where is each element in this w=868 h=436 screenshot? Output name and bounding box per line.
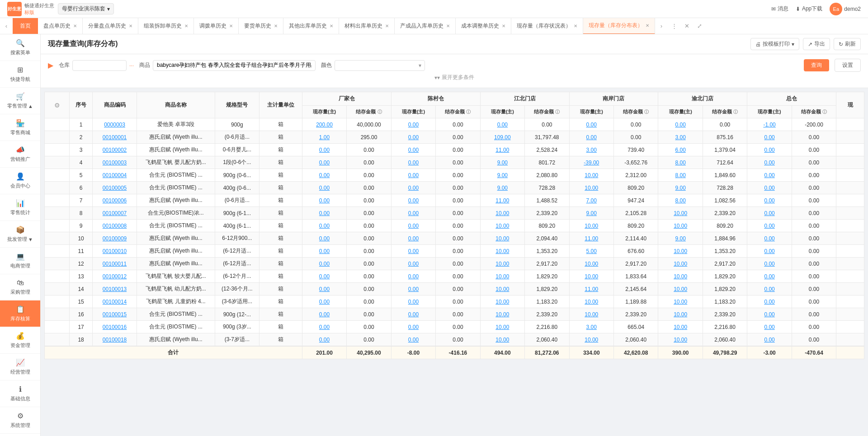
tab-material-out[interactable]: 材料出库单历史 ✕: [339, 18, 395, 34]
cell-current: [836, 321, 864, 333]
sidebar-item-retail-store[interactable]: 🏪 零售商城: [0, 114, 40, 141]
code-link[interactable]: 00100001: [103, 134, 127, 141]
jiangbei-amt-info-icon[interactable]: ⓘ: [555, 109, 560, 114]
tab-product-in[interactable]: 产成品入库单历史 ✕: [395, 18, 456, 34]
code-link[interactable]: 00100012: [103, 273, 127, 280]
tab-assembly[interactable]: 组装拆卸单历史 ✕: [138, 18, 194, 34]
settings-query-btn[interactable]: 设置: [835, 59, 861, 72]
tab-expand[interactable]: ⤢: [693, 18, 706, 34]
tab-close-material-out[interactable]: ✕: [385, 23, 389, 28]
user-profile[interactable]: Ea demo2: [830, 3, 861, 15]
tab-split-count[interactable]: 分量盘点单历史 ✕: [83, 18, 138, 34]
warehouse-input[interactable]: [72, 60, 127, 71]
tab-current-stock[interactable]: 现存量（库存状况表） ✕: [511, 18, 583, 34]
tab-cost-adjust[interactable]: 成本调整单历史 ✕: [456, 18, 511, 34]
cell-settings: [45, 258, 70, 270]
cell-unit: 箱: [259, 207, 302, 220]
code-link[interactable]: 00100016: [103, 324, 127, 330]
cell-code: 00100011: [92, 258, 137, 270]
table-container[interactable]: ⚙ 序号 商品编码 商品名称 规格型号 主计量单位 厂家仓 陈村仓 江北门店 南…: [41, 88, 868, 436]
tab-close-cost-adjust[interactable]: ✕: [502, 23, 505, 28]
tab-home[interactable]: 首页: [13, 18, 38, 34]
sidebar-item-inventory[interactable]: 📋 库存核算: [0, 300, 40, 327]
sidebar-item-retail-stats[interactable]: 📊 零售统计: [0, 194, 40, 221]
tab-close-assembly[interactable]: ✕: [184, 23, 188, 28]
tab-close-inventory-count[interactable]: ✕: [73, 23, 77, 28]
cell-jiangbei-qty: 9.00: [480, 156, 524, 169]
tab-close-split[interactable]: ✕: [129, 23, 132, 28]
tab-close-current-stock[interactable]: ✕: [574, 23, 577, 28]
th-settings[interactable]: ⚙: [45, 92, 70, 118]
code-link[interactable]: 00100003: [103, 159, 127, 166]
tab-scroll-right[interactable]: ›: [655, 18, 668, 34]
query-btn[interactable]: 查询: [804, 59, 829, 71]
tab-close-transfer[interactable]: ✕: [229, 23, 233, 28]
cell-nanan-amt: 809.20: [613, 220, 658, 232]
column-settings-btn[interactable]: ⚙: [51, 99, 63, 112]
code-link[interactable]: 00100002: [103, 147, 127, 153]
sidebar-item-finance[interactable]: 💰 资金管理: [0, 327, 40, 354]
tab-other-out[interactable]: 其他出库单历史 ✕: [283, 18, 339, 34]
tab-more[interactable]: ⋮: [668, 18, 680, 34]
print-btn[interactable]: 🖨 按模板打印 ▾: [750, 38, 799, 50]
app-download-btn[interactable]: ⬇ App下载: [796, 5, 822, 13]
industry-selector[interactable]: 母婴行业演示陈套 ▾: [58, 3, 114, 14]
tab-close-stock-dist[interactable]: ✕: [646, 23, 649, 28]
code-link[interactable]: 00100010: [103, 248, 127, 254]
code-link[interactable]: 00100013: [103, 286, 127, 292]
code-link[interactable]: 00100008: [103, 223, 127, 229]
member-icon: 👤: [16, 172, 25, 181]
goods-input[interactable]: [153, 60, 316, 71]
refresh-btn[interactable]: ↻ 刷新: [834, 38, 861, 50]
message-btn[interactable]: ✉ 消息: [771, 5, 788, 13]
tab-close-purchase[interactable]: ✕: [274, 23, 278, 28]
color-input[interactable]: [335, 60, 425, 71]
cell-factory-amt: 0.00: [347, 194, 391, 207]
code-link[interactable]: 00100004: [103, 172, 127, 178]
code-link[interactable]: 00100018: [103, 337, 127, 343]
sidebar-item-member-center[interactable]: 👤 会员中心: [0, 168, 40, 194]
yubeimen-amt-info-icon[interactable]: ⓘ: [733, 109, 738, 114]
code-link[interactable]: 00100007: [103, 210, 127, 216]
cell-nanan-qty: 10.00: [569, 270, 613, 283]
sidebar-item-retail-mgmt[interactable]: 🛒 零售管理 ▲: [0, 88, 40, 114]
cell-current: [836, 156, 864, 169]
factory-amt-info-icon[interactable]: ⓘ: [377, 109, 382, 114]
cell-unit: 箱: [259, 131, 302, 144]
chenlu-amt-info-icon[interactable]: ⓘ: [466, 109, 471, 114]
expand-more-btn[interactable]: ▾▾ 展开更多条件: [434, 74, 474, 81]
cell-unit: 箱: [259, 270, 302, 283]
code-link[interactable]: 00100009: [103, 235, 127, 242]
export-btn[interactable]: ↗ 导出: [803, 38, 830, 50]
sidebar-item-wholesale[interactable]: 📦 批发管理 ▼: [0, 221, 40, 248]
sidebar-item-marketing[interactable]: 📣 营销推广: [0, 141, 40, 168]
summary-nanan-qty: 334.00: [569, 346, 613, 359]
sidebar-item-sys-mgmt[interactable]: ⚙ 系统管理: [0, 407, 40, 434]
sidebar-item-enterprise[interactable]: 🤝 企业协同: [0, 434, 40, 436]
code-link[interactable]: 0000003: [104, 122, 125, 128]
store-icon: 🏪: [16, 119, 25, 127]
tab-stock-dist[interactable]: 现存量（库存分布表） ✕: [583, 18, 655, 34]
sidebar-item-purchase[interactable]: 🛍 采购管理: [0, 274, 40, 300]
code-link[interactable]: 00100006: [103, 197, 127, 204]
sidebar-item-basic-info[interactable]: ℹ 基础信息: [0, 380, 40, 407]
tab-purchase[interactable]: 要货单历史 ✕: [239, 18, 283, 34]
nanan-amt-info-icon[interactable]: ⓘ: [644, 109, 649, 114]
cell-code: 00100018: [92, 333, 137, 347]
code-link[interactable]: 00100011: [103, 261, 127, 267]
filter-collapse-btn[interactable]: ▶: [48, 61, 53, 70]
tab-close-product-in[interactable]: ✕: [446, 23, 450, 28]
tab-scroll-left[interactable]: ‹: [0, 18, 13, 34]
code-link[interactable]: 00100014: [103, 299, 127, 305]
total-amt-info-icon[interactable]: ⓘ: [822, 109, 827, 114]
sidebar-item-operations[interactable]: 📈 经营管理: [0, 354, 40, 380]
sidebar-item-search[interactable]: 🔍 搜索英单: [0, 34, 40, 61]
tab-close-other-out[interactable]: ✕: [330, 23, 333, 28]
tab-transfer[interactable]: 调拨单历史 ✕: [194, 18, 239, 34]
sidebar-item-quick-nav[interactable]: ⊞ 快捷导航: [0, 61, 40, 88]
code-link[interactable]: 00100015: [103, 311, 127, 318]
tab-inventory-count[interactable]: 盘点单历史 ✕: [38, 18, 83, 34]
sidebar-item-ecommerce[interactable]: 💻 电商管理: [0, 248, 40, 274]
tab-close-all[interactable]: ✕: [680, 18, 693, 34]
code-link[interactable]: 00100005: [103, 185, 127, 191]
